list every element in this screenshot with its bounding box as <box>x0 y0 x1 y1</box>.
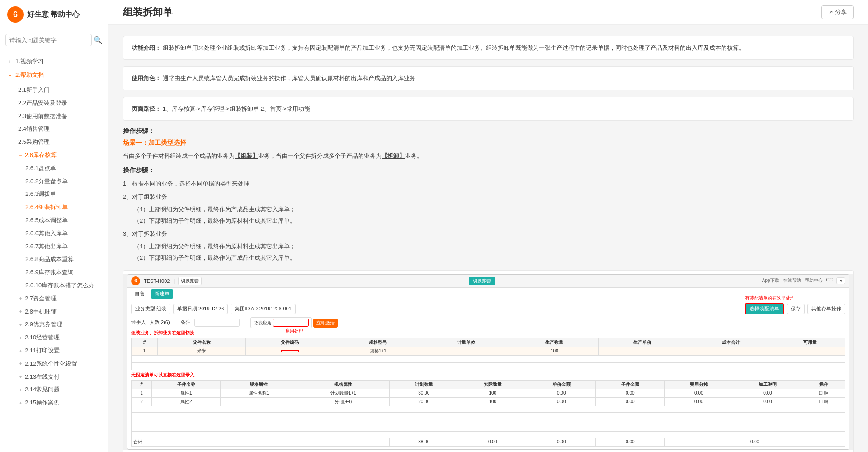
footer-total-label: 合计 <box>132 438 390 446</box>
remark-input[interactable] <box>194 319 240 327</box>
app-toolbar: 业务类型 组装 单据日期 2019-12-26 集团ID AD-20191226… <box>131 303 845 314</box>
step2-sub1: （1）上部明细为父件明细，最终作为产成品生成其它入库单； <box>123 204 854 215</box>
sidebar-item-video[interactable]: ＋ 1.视频学习 <box>0 55 108 68</box>
sidebar-item-s262[interactable]: 2.6.2分量盘点单 <box>20 175 108 188</box>
sidebar-item-s2610[interactable]: 2.6.10库存账本错了怎么办 <box>20 279 108 292</box>
cell-1-cost <box>687 347 775 355</box>
func-intro-text: 组装拆卸单用来处理企业组装或拆卸等加工业务，支持有固定装配清单的产品加工业务，也… <box>163 44 745 51</box>
col-num: # <box>132 338 158 347</box>
sidebar: 6 好生意 帮助中心 🔍 ＋ 1.视频学习 － 2.帮助文档 2.1新手入门 2… <box>0 0 108 452</box>
sidebar-item-s265[interactable]: 2.6.5成本调整单 <box>20 214 108 227</box>
sidebar-item-s215[interactable]: ＋ 2.15操作案例 <box>13 396 108 409</box>
sidebar-item-s22[interactable]: 2.2产品安装及登录 <box>13 97 108 110</box>
search-bar: 🔍 <box>0 29 108 51</box>
col-price: 生产单价 <box>599 338 687 347</box>
select-bom-btn[interactable]: 选择装配清单 <box>745 303 784 314</box>
annotation2-label: 组装业务、拆卸业务在这里切换 <box>131 330 845 336</box>
switch-account-btn[interactable]: 切换账套 <box>178 277 202 285</box>
sidebar-item-s212[interactable]: ＋ 2.12系统个性化设置 <box>13 357 108 371</box>
sidebar-item-s27[interactable]: ＋ 2.7资金管理 <box>13 292 108 305</box>
save-btn[interactable]: 保存 <box>787 304 805 314</box>
sidebar-item-s211[interactable]: ＋ 2.11打印设置 <box>13 344 108 357</box>
expand-s28-icon: ＋ <box>18 308 23 316</box>
path-label: 页面路径： <box>132 105 161 112</box>
sidebar-item-s268[interactable]: 2.6.8商品成本重算 <box>20 253 108 266</box>
date-btn[interactable]: 单据日期 2019-12-26 <box>173 304 228 314</box>
row2-empty <box>132 355 845 362</box>
col-unit: 计量单位 <box>422 338 510 347</box>
sidebar-item-s210[interactable]: ＋ 2.10经营管理 <box>13 331 108 344</box>
table-row-1: 1 米米 规格1+1 100 <box>132 347 845 355</box>
lower-table-body: 1 属性1 属性名称1 计划数量1+1 30.00 100 0.00 0.00 … <box>132 389 845 438</box>
handler-val: 人数 2(6) <box>150 319 170 326</box>
sidebar-item-s267[interactable]: 2.6.7其他出库单 <box>20 240 108 253</box>
sidebar-item-s21[interactable]: 2.1新手入门 <box>13 84 108 97</box>
sidebar-item-helpDoc[interactable]: － 2.帮助文档 <box>0 68 108 82</box>
lower-row-5 <box>132 419 845 425</box>
path-text: 1、库存核算->库存管理->组装拆卸单 2、首页->常用功能 <box>163 105 311 112</box>
func-intro-label: 功能介绍： <box>132 44 161 51</box>
tab-xinjian[interactable]: 新建单 <box>151 289 173 299</box>
lcol-unit2: 费用分摊 <box>665 380 733 389</box>
path-box: 页面路径： 1、库存核算->库存管理->组装拆卸单 2、首页->常用功能 <box>123 97 854 121</box>
scene1-desc: 当由多个子件材料组装成一个成品的业务为【组装】业务，当由一个父件拆分成多个子产品… <box>123 151 854 162</box>
prev-order-btn[interactable]: 切换账套 <box>469 277 495 285</box>
share-button[interactable]: ↗ 分享 <box>821 5 854 19</box>
huozhan-input[interactable] <box>273 319 309 327</box>
app-download-link[interactable]: App下载 <box>762 277 779 284</box>
close-btn[interactable]: ✕ <box>836 277 845 284</box>
help-center-link[interactable]: 帮助中心 <box>805 277 823 284</box>
online-help-link[interactable]: 在线帮助 <box>783 277 801 284</box>
sidebar-item-s23[interactable]: 2.3使用前数据准备 <box>13 110 108 123</box>
expand-s210-icon: ＋ <box>18 334 23 342</box>
lcol-spec2: 规格属性 <box>297 380 390 389</box>
col-cost: 成本合计 <box>687 338 775 347</box>
groupid-btn[interactable]: 集团ID AD-20191226-001 <box>231 304 295 314</box>
sidebar-item-s28[interactable]: ＋ 2.8手机旺铺 <box>13 305 108 319</box>
upper-table: # 父件名称 父件编码 规格型号 计量单位 生产数量 生产单价 成本合计 可用量 <box>131 338 845 370</box>
activate-btn[interactable]: 立即激活 <box>313 319 338 328</box>
expand-s27-icon: ＋ <box>18 295 23 303</box>
sidebar-item-s266[interactable]: 2.6.6其他入库单 <box>20 227 108 240</box>
cc-link[interactable]: CC <box>826 277 833 284</box>
sidebar-item-s263[interactable]: 2.6.3调拨单 <box>20 188 108 201</box>
lower-table: # 子件名称 规格属性 规格属性 计划数量 实际数量 单价金额 子件金额 费用分… <box>131 380 845 447</box>
sidebar-item-s214[interactable]: ＋ 2.14常见问题 <box>13 383 108 396</box>
lc2-name: 属性2 <box>152 397 221 406</box>
sidebar-item-s25[interactable]: 2.5采购管理 <box>13 136 108 149</box>
lower-row-3 <box>132 406 845 412</box>
sidebar-item-s24[interactable]: 2.4销售管理 <box>13 123 108 136</box>
lc1-avail: 0.00 <box>733 389 802 397</box>
annotation4-label: 无固定清单可以直接在这里录入 <box>131 372 845 378</box>
expand-s214-icon: ＋ <box>18 386 23 394</box>
app-logo: 6 <box>131 276 140 285</box>
lcol-child-name: 子件名称 <box>152 380 221 389</box>
sidebar-item-s29[interactable]: ＋ 2.9优惠券管理 <box>13 318 108 331</box>
step1: 1、根据不同的业务，选择不同单据的类型来处理 <box>123 178 854 190</box>
step3: 3、对于拆装业务 <box>123 228 854 240</box>
biztype-btn[interactable]: 业务类型 组装 <box>131 304 170 314</box>
sidebar-item-s269[interactable]: 2.6.9库存账本查询 <box>20 266 108 279</box>
search-input[interactable] <box>5 34 92 46</box>
app-nav: 自售 新建单 <box>127 288 849 300</box>
step2: 2、对于组装业务 <box>123 191 854 203</box>
annotation3-area: 货栈应用 立即激活 启用处理 <box>250 317 338 328</box>
cell-1-code <box>246 347 334 355</box>
lcol-actual: 实际数量 <box>458 380 527 389</box>
sidebar-item-s213[interactable]: ＋ 2.13在线支付 <box>13 371 108 384</box>
tab-zishou[interactable]: 自售 <box>131 289 148 299</box>
table-row-2 <box>132 355 845 362</box>
footer-price: 0.00 <box>527 438 596 446</box>
lower-row-1: 1 属性1 属性名称1 计划数量1+1 30.00 100 0.00 0.00 … <box>132 389 845 397</box>
sidebar-item-s264[interactable]: 2.6.4组装拆卸单 <box>20 201 108 214</box>
other-btn[interactable]: 其他存单操作 <box>807 304 845 314</box>
role-text: 通常由生产人员或库管人员完成拆装业务的操作，库管人员确认原材料的出库和产成品的入… <box>163 75 415 81</box>
lc1-spec: 计划数量1+1 <box>297 389 390 397</box>
app-titlebar: 6 TEST-H002 | 切换账套 切换账套 App下载 在线帮助 帮助中心 … <box>127 275 849 288</box>
search-button[interactable]: 🔍 <box>94 36 103 44</box>
sidebar-item-s26[interactable]: － 2.6库存核算 <box>13 149 108 162</box>
lc1-price: 0.00 <box>527 389 596 397</box>
app-window: 6 TEST-H002 | 切换账套 切换账套 App下载 在线帮助 帮助中心 … <box>127 274 849 450</box>
sidebar-item-s261[interactable]: 2.6.1盘点单 <box>20 162 108 175</box>
lr7-empty <box>132 431 845 438</box>
